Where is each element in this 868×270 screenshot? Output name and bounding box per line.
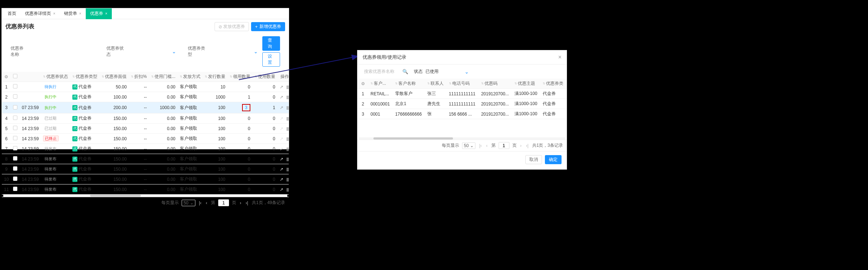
prev-page-button[interactable]: ‹ [205, 200, 208, 205]
gear-icon[interactable]: ⚙ [361, 81, 365, 86]
row-checkbox[interactable] [13, 116, 17, 120]
export-icon[interactable]: ↗ [280, 95, 283, 100]
next-page-button[interactable]: › [520, 143, 522, 148]
add-coupon-button[interactable]: 新增优惠券 [251, 22, 285, 31]
export-icon[interactable]: ↗ [280, 136, 283, 141]
qrcode-icon[interactable]: ▦ [286, 187, 289, 192]
horizontal-scrollbar[interactable] [3, 195, 287, 197]
first-page-button[interactable]: |‹ [478, 143, 482, 148]
export-icon[interactable]: ↗ [280, 84, 283, 90]
row-checkbox[interactable] [13, 176, 17, 181]
qrcode-icon[interactable]: ▦ [286, 146, 289, 151]
export-icon[interactable]: ↗ [280, 187, 283, 192]
sort-icon[interactable]: ⇅ [180, 75, 182, 78]
table-row[interactable]: 11 14 23:59 待发布 代代金券 150.00 -- 0.00 客户领取… [2, 184, 289, 195]
row-checkbox[interactable] [13, 136, 17, 140]
tab-coupon[interactable]: 优惠券× [86, 8, 112, 19]
issue-coupon-button[interactable]: ⊘ 发放优惠券 [215, 22, 249, 31]
table-row[interactable]: 1 待执行 代代金券 50.00 -- 0.00 客户领取 10 0 0 ↗▦ [2, 82, 289, 92]
usage-count-link[interactable]: 3 [242, 104, 250, 111]
qrcode-icon[interactable]: ▦ [286, 116, 289, 121]
status-value-select[interactable]: 已使用 [425, 68, 462, 75]
sort-icon[interactable]: ⇅ [151, 75, 154, 78]
table-row[interactable]: 3 0001 17666666666 张 156 6666 ... 201912… [357, 109, 567, 119]
row-checkbox[interactable] [13, 105, 17, 109]
table-row[interactable]: 2 执行中 代代金券 100.00 -- 0.00 客户领取 1000 1 0 … [2, 92, 289, 102]
search-icon[interactable]: 🔍 [402, 69, 408, 74]
row-checkbox[interactable] [13, 94, 17, 99]
table-row[interactable]: 10 14 23:59 待发布 代代金券 150.00 -- 0.00 客户领取… [2, 174, 289, 184]
sort-icon[interactable]: ⇅ [427, 82, 430, 85]
table-row[interactable]: 5 14 23:59 已过期 代代金券 150.00 -- 0.00 客户领取 … [2, 124, 289, 134]
sort-icon[interactable]: ⇅ [72, 75, 75, 78]
close-icon[interactable]: × [79, 12, 81, 16]
export-icon[interactable]: ↗ [280, 157, 283, 162]
prev-page-button[interactable]: ‹ [486, 143, 488, 148]
sort-icon[interactable]: ⇅ [255, 75, 257, 78]
search-input[interactable] [363, 68, 402, 75]
setting-button[interactable]: 设置 [262, 52, 280, 67]
close-icon[interactable]: × [105, 12, 107, 16]
last-page-button[interactable]: ›| [525, 143, 529, 148]
export-icon[interactable]: ↗ [280, 126, 283, 131]
qrcode-icon[interactable]: ▦ [286, 95, 289, 100]
sort-icon[interactable]: ⇅ [449, 82, 452, 85]
sort-icon[interactable]: ⇅ [102, 75, 104, 78]
table-row[interactable]: 3 07 23:59 执行中 代代金券 200.00 -- 1000.00 客户… [2, 102, 289, 113]
per-page-select[interactable]: 50 ⌄ [462, 142, 475, 149]
table-row[interactable]: 7 14 23:59 待发布 代代金券 150.00 -- 0.00 客户领取 … [2, 144, 289, 154]
sort-icon[interactable]: ⇅ [481, 82, 484, 85]
first-page-button[interactable]: |‹ [198, 200, 202, 205]
table-row[interactable]: 9 14 23:59 待发布 代代金券 150.00 -- 0.00 客户领取 … [2, 164, 289, 174]
export-icon[interactable]: ↗ [280, 167, 283, 172]
sort-icon[interactable]: ⇅ [43, 75, 46, 78]
export-icon[interactable]: ↗ [280, 116, 283, 121]
query-button[interactable]: 查询 [262, 36, 280, 51]
tab-coupon-detail[interactable]: 优惠券详情页× [21, 8, 60, 19]
close-icon[interactable]: × [53, 12, 55, 16]
table-row[interactable]: 4 14 23:59 已过期 代代金券 150.00 -- 0.00 客户领取 … [2, 113, 289, 124]
sort-icon[interactable]: ⇅ [515, 82, 517, 85]
cancel-button[interactable]: 取消 [525, 155, 542, 164]
coupon-name-input[interactable] [27, 48, 82, 55]
qrcode-icon[interactable]: ▦ [286, 157, 289, 162]
select-all-checkbox[interactable] [13, 74, 17, 78]
per-page-select[interactable]: 50 ⌄ [182, 200, 195, 206]
row-checkbox[interactable] [13, 156, 17, 161]
tab-sales[interactable]: 销货单× [60, 8, 86, 19]
row-checkbox[interactable] [13, 84, 17, 88]
qrcode-icon[interactable]: ▦ [286, 167, 289, 172]
qrcode-icon[interactable]: ▦ [286, 84, 289, 90]
row-checkbox[interactable] [13, 187, 17, 191]
type-select[interactable]: ⌄ [210, 48, 259, 55]
sort-icon[interactable]: ⇅ [371, 82, 373, 85]
gear-icon[interactable]: ⚙ [4, 74, 8, 79]
sort-icon[interactable]: ⇅ [395, 82, 398, 85]
page-number-input[interactable] [218, 199, 229, 206]
sort-icon[interactable]: ⇅ [230, 75, 232, 78]
export-icon[interactable]: ↗ [280, 177, 283, 182]
sort-icon[interactable]: ⇅ [205, 75, 207, 78]
chevron-down-icon[interactable]: ⌄ [465, 69, 469, 75]
sort-icon[interactable]: ⇅ [131, 75, 134, 78]
last-page-button[interactable]: ›| [245, 200, 249, 205]
horizontal-scrollbar[interactable] [359, 137, 565, 140]
tab-home[interactable]: 首页 [3, 8, 21, 19]
page-number-input[interactable] [499, 142, 509, 149]
qrcode-icon[interactable]: ▦ [286, 126, 289, 131]
table-row[interactable]: 6 14 23:59 已终止 代代金券 150.00 -- 0.00 客户领取 … [2, 134, 289, 144]
row-checkbox[interactable] [13, 126, 17, 130]
table-row[interactable]: 1 RETAIL... 零散客户 张三 11111111111 20191207… [357, 89, 567, 99]
export-icon[interactable]: ↗ [280, 105, 283, 110]
table-row[interactable]: 2 00010001 北京1 唐先生 11111111111 201912070… [357, 99, 567, 109]
table-row[interactable]: 8 14 23:59 待发布 代代金券 150.00 -- 0.00 客户领取 … [2, 154, 289, 164]
close-icon[interactable]: × [558, 54, 562, 61]
row-checkbox[interactable] [13, 166, 17, 171]
confirm-button[interactable]: 确定 [545, 155, 562, 164]
row-checkbox[interactable] [13, 146, 17, 150]
export-icon[interactable]: ↗ [280, 146, 283, 151]
qrcode-icon[interactable]: ▦ [286, 177, 289, 182]
next-page-button[interactable]: › [239, 200, 242, 205]
status-select[interactable]: ⌄ [128, 48, 178, 55]
qrcode-icon[interactable]: ▦ [286, 136, 289, 141]
